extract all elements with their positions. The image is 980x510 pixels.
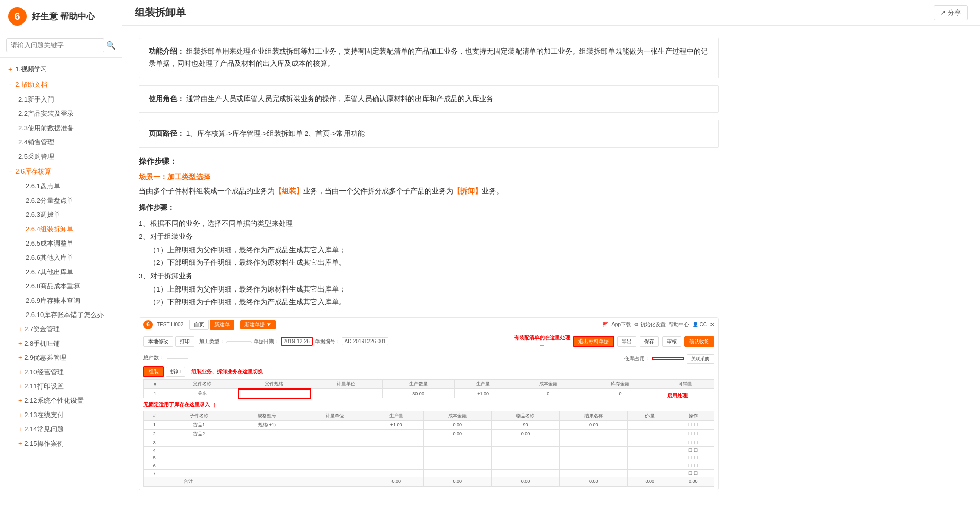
sidebar-nav: + 1.视频学习 − 2.帮助文档 2.1新手入门 2.2产品安装及登录 2.3…	[0, 58, 122, 510]
sidebar-header: 6 好生意 帮助中心	[0, 0, 122, 33]
annotation-arrow-1: ←	[539, 342, 545, 349]
mock-new-btn[interactable]: 新建单据 ▼	[240, 320, 276, 329]
sidebar-item-sales[interactable]: 2.4销售管理	[0, 135, 122, 150]
footer-4: 0.00	[424, 477, 492, 486]
col-parent-name: 父件名称	[166, 379, 238, 389]
intro-block: 功能介绍： 组装拆卸单用来处理企业组装或拆卸等加工业务，支持有固定装配清单的产品…	[139, 38, 719, 78]
search-input[interactable]	[6, 38, 104, 52]
footer-3: 0.00	[369, 477, 424, 486]
mock-assembly-tab[interactable]: 组装	[143, 366, 164, 377]
cell-cost: 0	[512, 389, 584, 398]
footer-1	[233, 477, 301, 486]
intro-label: 功能介绍：	[149, 47, 184, 55]
sidebar-item-transfer[interactable]: 2.6.3调拨单	[0, 208, 122, 222]
mock-btn-local-edit[interactable]: 本地修改	[143, 336, 173, 347]
page-title: 组装拆卸单	[135, 6, 186, 19]
step3: 3、对于拆卸业务	[139, 270, 719, 283]
sidebar-item-label: 1.视频学习	[15, 65, 47, 74]
mock-parent-table: # 父件名称 父件规格 计量单位 生产数量 生产量 成本金额 库存金额 可销量	[143, 379, 714, 399]
sidebar-item-cases[interactable]: + 2.15操作案例	[0, 436, 122, 451]
mock-tab-new[interactable]: 新建单	[210, 320, 234, 330]
app-name: 好生意 帮助中心	[32, 11, 95, 22]
footer-8: 0.00	[672, 477, 714, 486]
table-row: 5 ☐ ☐	[144, 454, 714, 462]
logo-icon: 6	[8, 7, 27, 26]
sidebar-item-label: 2.帮助文档	[15, 80, 47, 89]
share-icon: ↗	[940, 9, 946, 16]
sidebar-item-stockcount[interactable]: 2.6.1盘点单	[0, 179, 122, 193]
step1: 1、根据不同的业务，选择不同单据的类型来处理	[139, 217, 719, 230]
cell-seq: 1	[144, 389, 166, 398]
mock-type-input[interactable]	[226, 341, 252, 343]
sidebar-item-coupon[interactable]: + 2.9优惠券管理	[0, 351, 122, 365]
sidebar-item-print[interactable]: + 2.11打印设置	[0, 379, 122, 394]
sidebar-item-cost-recalc[interactable]: 2.6.8商品成本重算	[0, 279, 122, 294]
ops-steps-label: 操作步骤：	[139, 201, 719, 214]
mock-titlebar: 6 TEST-H002 自页 新建单 新建单据 ▼ 🚩 App下载 ⚙ 初始化设…	[139, 318, 718, 332]
sidebar-item-video[interactable]: + 1.视频学习	[0, 62, 122, 77]
col-child-name: 子件名称	[165, 411, 233, 420]
sidebar-item-assembly[interactable]: 2.6.4组装拆卸单	[0, 222, 122, 236]
col-prod-amt: 生产量	[454, 379, 512, 389]
annotation-nofixed: 无固定适用于库存在这里录入	[143, 401, 210, 408]
minus-icon-inventory: −	[8, 167, 12, 176]
sidebar-item-other-in[interactable]: 2.6.6其他入库单	[0, 251, 122, 265]
mock-app-store: App下载	[611, 321, 631, 328]
col-prod-qty: 生产数量	[382, 379, 454, 389]
annotation-enable: 启用处理	[667, 392, 688, 399]
mock-warehouse-label: 仓库占用：	[624, 355, 650, 362]
scene1-title: 场景一：加工类型选择	[139, 173, 719, 182]
col-child-spec: 规格型号	[233, 411, 301, 420]
annotation-label-1: 有装配清单的在这里处理	[514, 334, 570, 342]
search-button[interactable]: 🔍	[106, 41, 116, 50]
sidebar-item-partialcount[interactable]: 2.6.2分量盘点单	[0, 193, 122, 208]
sidebar-item-purchase[interactable]: 2.5采购管理	[0, 150, 122, 164]
mock-close-icon[interactable]: ✕	[710, 322, 714, 327]
share-button[interactable]: ↗ 分享	[934, 5, 968, 20]
mock-btn-add-item[interactable]: 关联采购	[687, 354, 714, 364]
col-seq2: #	[144, 411, 165, 420]
cell-prod-qty: 30.00	[382, 389, 454, 398]
mock-btn-save[interactable]: 保存	[640, 336, 659, 347]
minus-icon: −	[8, 81, 12, 89]
mock-btn-confirm-orange[interactable]: 确认收货	[684, 336, 714, 347]
sidebar-item-stock-ledger[interactable]: 2.6.9库存账本查询	[0, 294, 122, 308]
sidebar-item-install[interactable]: 2.2产品安装及登录	[0, 107, 122, 121]
sidebar-item-costadjust[interactable]: 2.6.5成本调整单	[0, 236, 122, 251]
sidebar-item-inventory[interactable]: − 2.6库存核算	[0, 164, 122, 179]
mock-warehouse-input[interactable]	[652, 357, 684, 360]
mock-num-input[interactable]: AD-20191226-001	[342, 337, 389, 345]
sidebar-item-other-out[interactable]: 2.6.7其他出库单	[0, 265, 122, 279]
mock-tab-home[interactable]: 自页	[189, 320, 209, 330]
sidebar-item-prepare[interactable]: 2.3使用前数据准备	[0, 121, 122, 135]
step3-sub2: （2）下部明细为子件明细，最终作为产成品生成其它入库单。	[149, 296, 719, 309]
mock-btn-print[interactable]: 打印	[175, 336, 194, 347]
sidebar-item-finance[interactable]: + 2.7资金管理	[0, 322, 122, 336]
mock-toolbar: 本地修改 打印 加工类型： 单据日期： 2019-12-26 单据编号：	[139, 332, 718, 351]
mock-test-id: TEST-H002	[157, 322, 183, 327]
sidebar-item-mobile[interactable]: + 2.8手机旺铺	[0, 336, 122, 351]
mock-total-input[interactable]	[167, 357, 188, 359]
step2-sub2: （2）下部明细为子件明细，最终作为原材料生成其它出库单。	[149, 256, 719, 270]
table-row: 1 货品1 规格(+1) +1.00 0.00 90 0.00 ☐ ☐	[144, 420, 714, 429]
mock-btn-confirm[interactable]: 审核	[662, 336, 681, 347]
share-label: 分享	[948, 8, 961, 17]
table-row: 6 ☐ ☐	[144, 462, 714, 469]
mock-tabs: 自页 新建单	[189, 320, 234, 330]
mock-date-input[interactable]: 2019-12-26	[281, 337, 313, 346]
cell-name: 关东	[166, 389, 238, 398]
col-child-ratio: 价/量	[627, 411, 672, 420]
screenshot-box: 6 TEST-H002 自页 新建单 新建单据 ▼ 🚩 App下载 ⚙ 初始化设…	[139, 317, 719, 490]
sidebar-item-newbie[interactable]: 2.1新手入门	[0, 92, 122, 107]
mock-disassembly-tab[interactable]: 拆卸	[166, 367, 185, 377]
mock-btn-quit-bom[interactable]: 退出标料单据	[573, 336, 614, 347]
sidebar-item-stock-fix[interactable]: 2.6.10库存账本错了怎么办	[0, 308, 122, 322]
sidebar-item-help-docs[interactable]: − 2.帮助文档	[0, 77, 122, 92]
mock-help: 帮助中心	[669, 321, 689, 328]
sidebar-item-payment[interactable]: + 2.13在线支付	[0, 408, 122, 422]
mock-settings: ⚙ 初始化设置	[634, 321, 666, 328]
sidebar-item-manage[interactable]: + 2.10经营管理	[0, 365, 122, 379]
sidebar-item-faq[interactable]: + 2.14常见问题	[0, 422, 122, 436]
sidebar-item-settings[interactable]: + 2.12系统个性化设置	[0, 394, 122, 408]
mock-btn-export[interactable]: 导出	[617, 336, 636, 347]
